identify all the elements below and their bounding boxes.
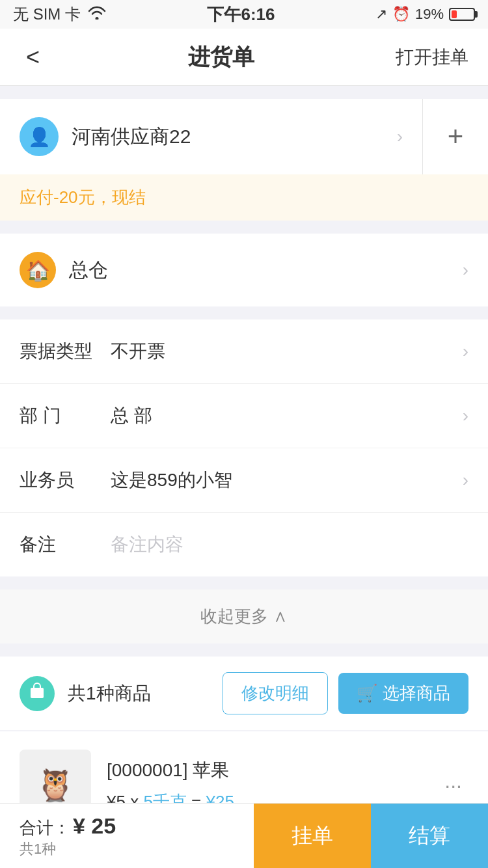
avatar-icon: 👤 xyxy=(28,126,51,148)
collapse-bar[interactable]: 收起更多 ∧ xyxy=(0,590,488,644)
settle-button[interactable]: 结算 xyxy=(371,804,488,868)
status-icons: ↗ ⏰ 19% xyxy=(375,6,475,23)
remark-row[interactable]: 备注 备注内容 xyxy=(0,513,488,576)
chevron-right-icon: › xyxy=(463,470,468,491)
department-value: 总 部 xyxy=(98,403,463,428)
total-amount: ¥ 25 xyxy=(73,813,116,839)
total-section: 合计： ¥ 25 共1种 xyxy=(0,804,254,868)
ticket-type-value: 不开票 xyxy=(98,339,463,364)
chevron-right-icon: › xyxy=(463,405,468,426)
battery-percent: 19% xyxy=(415,6,444,23)
supplier-selector[interactable]: 👤 河南供应商22 › xyxy=(0,99,423,174)
salesperson-value: 这是859的小智 xyxy=(98,468,463,493)
product-more-button[interactable]: ··· xyxy=(438,767,468,804)
salesperson-label: 业务员 xyxy=(20,468,98,493)
carrier-text: 无 SIM 卡 xyxy=(13,4,81,25)
bottom-bar: 合计： ¥ 25 共1种 挂单 结算 xyxy=(0,803,488,868)
cart-icon: 🛒 xyxy=(357,683,377,703)
warehouse-section[interactable]: 🏠 总仓 › xyxy=(0,234,488,306)
status-bar: 无 SIM 卡 下午6:16 ↗ ⏰ 19% xyxy=(0,0,488,29)
modify-detail-button[interactable]: 修改明细 xyxy=(223,672,328,714)
chevron-right-icon: › xyxy=(397,126,403,147)
hint-text: 应付-20元，现结 xyxy=(20,187,146,207)
product-name: [0000001] 苹果 xyxy=(107,758,438,783)
back-button[interactable]: < xyxy=(20,37,46,77)
bag-icon xyxy=(27,681,47,705)
warehouse-name: 总仓 xyxy=(69,257,463,284)
products-count: 共1种商品 xyxy=(68,681,223,706)
house-icon: 🏠 xyxy=(26,259,50,282)
department-label: 部 门 xyxy=(20,403,98,428)
chevron-right-icon: › xyxy=(463,341,468,362)
remark-label: 备注 xyxy=(20,532,98,557)
form-section: 票据类型 不开票 › 部 门 总 部 › 业务员 这是859的小智 › 备注 备… xyxy=(0,319,488,576)
total-label: 合计： xyxy=(20,817,70,839)
nav-bar: < 进货单 打开挂单 xyxy=(0,29,488,86)
products-icon xyxy=(20,676,55,711)
ticket-type-row[interactable]: 票据类型 不开票 › xyxy=(0,319,488,384)
status-time: 下午6:16 xyxy=(207,3,275,26)
battery-icon xyxy=(449,8,475,21)
hang-button[interactable]: 挂单 xyxy=(254,804,371,868)
page-title: 进货单 xyxy=(188,42,254,72)
svg-rect-0 xyxy=(31,688,44,698)
warehouse-icon: 🏠 xyxy=(20,252,56,288)
supplier-section: 👤 河南供应商22 › + xyxy=(0,99,488,174)
salesperson-row[interactable]: 业务员 这是859的小智 › xyxy=(0,448,488,513)
remark-value: 备注内容 xyxy=(98,532,468,557)
ticket-type-label: 票据类型 xyxy=(20,339,98,364)
hint-banner: 应付-20元，现结 xyxy=(0,174,488,221)
total-count: 共1种 xyxy=(20,839,234,859)
status-carrier: 无 SIM 卡 xyxy=(13,4,107,25)
owl-icon: 🦉 xyxy=(36,767,75,804)
add-supplier-button[interactable]: + xyxy=(423,99,488,174)
select-product-button[interactable]: 🛒 选择商品 xyxy=(338,673,468,714)
select-product-label: 选择商品 xyxy=(383,682,450,705)
supplier-name: 河南供应商22 xyxy=(72,124,397,150)
collapse-label: 收起更多 ∧ xyxy=(200,605,287,628)
department-row[interactable]: 部 门 总 部 › xyxy=(0,384,488,448)
wifi-icon xyxy=(87,5,107,23)
open-hang-button[interactable]: 打开挂单 xyxy=(396,45,468,70)
chevron-right-icon: › xyxy=(463,260,468,280)
supplier-avatar: 👤 xyxy=(20,117,59,156)
products-header: 共1种商品 修改明细 🛒 选择商品 xyxy=(0,657,488,730)
alarm-icon: ⏰ xyxy=(392,6,410,23)
location-icon: ↗ xyxy=(375,6,387,23)
